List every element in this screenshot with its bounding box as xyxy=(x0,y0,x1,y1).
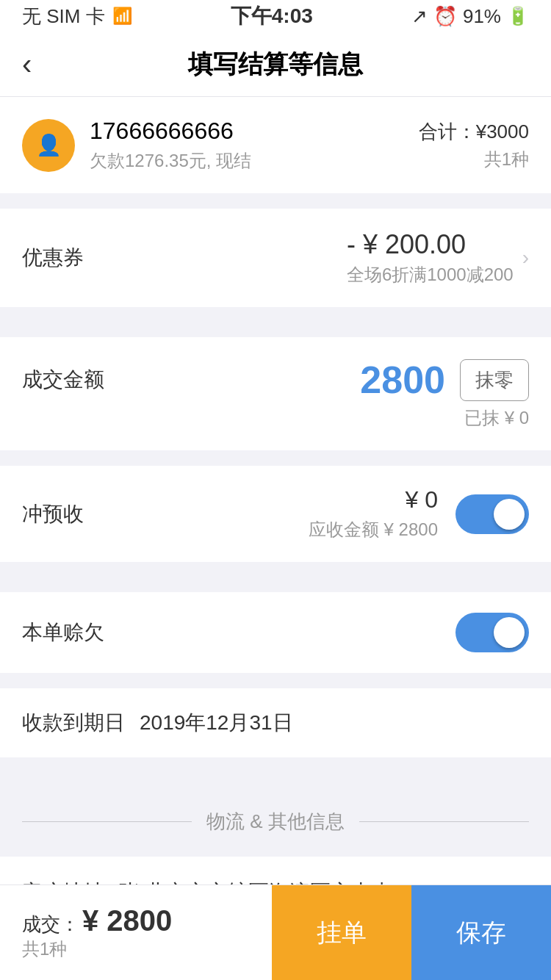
content-area: 👤 17666666666 欠款1276.35元, 现结 合计：¥3000 共1… xyxy=(0,97,551,980)
deal-amount-label: 成交金额 xyxy=(22,366,104,394)
save-button[interactable]: 保存 xyxy=(411,885,551,980)
coupon-desc: 全场6折满1000减200 xyxy=(347,263,514,287)
duedate-section: 收款到期日 2019年12月31日 xyxy=(0,688,551,757)
status-bar: 无 SIM 卡 📶 下午4:03 ↗ ⏰ 91% 🔋 xyxy=(0,0,551,32)
header-line-left xyxy=(22,821,192,822)
pending-button[interactable]: 挂单 xyxy=(272,885,411,980)
battery-label: 91% xyxy=(463,5,501,28)
customer-sub-info: 欠款1276.35元, 现结 xyxy=(90,149,251,173)
coupon-info: - ¥ 200.00 全场6折满1000减200 xyxy=(347,229,514,287)
prereceive-values: ¥ 0 应收金额 ¥ 2800 xyxy=(309,486,438,541)
bottom-info: 成交： ¥ 2800 共1种 xyxy=(0,885,272,980)
customer-info-card: 👤 17666666666 欠款1276.35元, 现结 合计：¥3000 共1… xyxy=(0,97,551,194)
time-label: 下午4:03 xyxy=(231,2,313,30)
wifi-icon: 📶 xyxy=(112,7,132,26)
page-title: 填写结算等信息 xyxy=(188,48,363,82)
prereceive-right: ¥ 0 应收金额 ¥ 2800 xyxy=(309,486,529,541)
header-line-right xyxy=(359,821,529,822)
debit-label: 本单赊欠 xyxy=(22,619,104,646)
bottom-deal-row: 成交： ¥ 2800 xyxy=(22,904,250,937)
deal-amount-value: 2800 xyxy=(360,358,445,402)
location-icon: ↗ xyxy=(411,5,428,28)
prereceive-amount: ¥ 0 xyxy=(309,486,438,514)
duedate-value: 2019年12月31日 xyxy=(140,709,293,737)
deal-right: 2800 抹零 xyxy=(360,358,529,402)
bottom-deal-amount: ¥ 2800 xyxy=(82,904,172,937)
debit-row: 本单赊欠 xyxy=(22,613,529,652)
prereceive-label: 冲预收 xyxy=(22,500,84,528)
deal-row: 成交金额 2800 抹零 xyxy=(22,358,529,402)
debit-section: 本单赊欠 xyxy=(0,592,551,674)
logistics-header-text: 物流 & 其他信息 xyxy=(206,809,345,835)
deal-amount-section: 成交金额 2800 抹零 已抹 ¥ 0 xyxy=(0,337,551,451)
customer-left: 👤 17666666666 欠款1276.35元, 现结 xyxy=(22,118,251,173)
bottom-deal-label: 成交： xyxy=(22,912,79,937)
prereceive-section: 冲预收 ¥ 0 应收金额 ¥ 2800 xyxy=(0,466,551,563)
status-left: 无 SIM 卡 📶 xyxy=(22,4,132,29)
customer-phone: 17666666666 xyxy=(90,118,251,145)
alarm-icon: ⏰ xyxy=(433,5,457,28)
separator-3 xyxy=(0,772,551,787)
status-right: ↗ ⏰ 91% 🔋 xyxy=(411,5,529,28)
bottom-bar: 成交： ¥ 2800 共1种 挂单 保存 xyxy=(0,884,551,980)
chevron-icon: › xyxy=(522,246,529,270)
total-label: 合计：¥3000 xyxy=(419,119,529,145)
coupon-amount: - ¥ 200.00 xyxy=(347,229,514,260)
coupon-label: 优惠券 xyxy=(22,244,84,272)
nav-bar: ‹ 填写结算等信息 xyxy=(0,32,551,97)
prereceive-sub: 应收金额 ¥ 2800 xyxy=(309,518,438,541)
bottom-deal-count: 共1种 xyxy=(22,937,250,961)
separator-2 xyxy=(0,577,551,592)
customer-right: 合计：¥3000 共1种 xyxy=(419,119,529,171)
prereceive-toggle[interactable] xyxy=(455,494,529,534)
duedate-row: 收款到期日 2019年12月31日 xyxy=(22,709,529,737)
deal-sub: 已抹 ¥ 0 xyxy=(22,406,529,430)
duedate-label: 收款到期日 xyxy=(22,709,125,737)
debit-toggle[interactable] xyxy=(455,613,529,652)
separator-1 xyxy=(0,323,551,337)
back-button[interactable]: ‹ xyxy=(22,48,32,81)
total-count: 共1种 xyxy=(419,148,529,171)
prereceive-row: 冲预收 ¥ 0 应收金额 ¥ 2800 xyxy=(22,486,529,541)
coupon-right: - ¥ 200.00 全场6折满1000减200 › xyxy=(347,229,529,287)
coupon-row[interactable]: 优惠券 - ¥ 200.00 全场6折满1000减200 › xyxy=(0,209,551,308)
avatar: 👤 xyxy=(22,119,75,172)
logistics-header: 物流 & 其他信息 xyxy=(0,787,551,857)
customer-details: 17666666666 欠款1276.35元, 现结 xyxy=(90,118,251,173)
battery-icon: 🔋 xyxy=(507,6,529,26)
round-button[interactable]: 抹零 xyxy=(460,359,529,401)
carrier-label: 无 SIM 卡 xyxy=(22,4,105,29)
